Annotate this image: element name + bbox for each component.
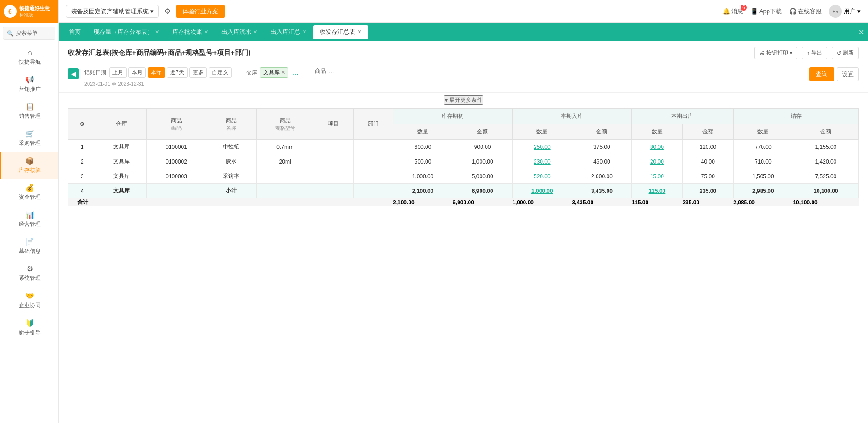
tab-home[interactable]: 首页 [62, 25, 87, 39]
app-download-button[interactable]: 📱 App下载 [751, 7, 782, 16]
col-warehouse: 仓库 [96, 109, 147, 140]
cell-out-qty[interactable]: 20.00 [632, 154, 683, 169]
cell-close-qty: 1,505.00 [733, 169, 793, 184]
notification-badge: 6 [741, 5, 747, 11]
username-label: 用户 [844, 7, 856, 16]
col-goods-spec: 商品规格型号 [256, 109, 314, 140]
cell-in-qty[interactable]: 250.00 [512, 140, 572, 154]
sidebar-item-marketing[interactable]: 📢 营销推广 [0, 71, 58, 98]
cell-out-qty[interactable]: 115.00 [632, 184, 683, 198]
filter-bar: ◀ 记账日期 上月 本月 本年 近7天 更多 自定义 2023-01-01 至 … [59, 63, 868, 93]
sidebar-item-sales[interactable]: 📋 销售管理 [0, 98, 58, 125]
warehouse-tag-close[interactable]: ✕ [281, 70, 285, 76]
cell-close-amt: 7,525.00 [793, 169, 858, 184]
sidebar-item-enterprise[interactable]: 🤝 企业协同 [0, 287, 58, 314]
col-group-closing: 结存 [733, 109, 858, 124]
col-out-qty: 数量 [632, 124, 683, 140]
chevron-down-icon: ▾ [150, 8, 154, 15]
date-btn-this-month[interactable]: 本月 [128, 67, 146, 78]
sidebar-item-system[interactable]: ⚙ 系统管理 [0, 260, 58, 287]
sidebar-item-purchase[interactable]: 🛒 采购管理 [0, 125, 58, 152]
cell-in-qty[interactable]: 520.00 [512, 169, 572, 184]
table-wrap: ⚙ 仓库 商品编码 商品名称 商品规格型号 项目 部门 库存期初 本期入库 本期… [59, 108, 868, 215]
cell-department [354, 169, 393, 184]
tab-inout-summary[interactable]: 出入库汇总 ✕ [264, 25, 313, 39]
expand-conditions-button[interactable]: ▾ 展开更多条件 [444, 95, 483, 105]
cell-in-qty-link[interactable]: 230.00 [534, 159, 551, 165]
notification-button[interactable]: 🔔 消息 6 [723, 7, 743, 16]
cell-goods-code: 0100002 [147, 154, 206, 169]
tab-close-recv-send-summary[interactable]: ✕ [357, 29, 362, 35]
sidebar-item-operations[interactable]: 📊 经营管理 [0, 206, 58, 233]
trial-button[interactable]: 体验行业方案 [176, 5, 225, 18]
tab-close-inventory-dist[interactable]: ✕ [155, 29, 160, 35]
sidebar-item-finance[interactable]: 💰 资金管理 [0, 179, 58, 206]
online-service-button[interactable]: 🎧 在线客服 [789, 7, 822, 16]
cell-in-qty-link[interactable]: 1,000.00 [531, 188, 553, 194]
user-menu[interactable]: Ea 用户 ▾ [829, 5, 861, 18]
query-button[interactable]: 查询 [809, 67, 834, 81]
col-department: 部门 [354, 109, 393, 140]
filter-settings-button[interactable]: 设置 [837, 67, 859, 81]
search-menu-button[interactable]: 🔍 搜索菜单 [3, 27, 55, 40]
table-settings-icon[interactable]: ⚙ [80, 121, 85, 127]
cell-close-amt: 10,100.00 [793, 184, 858, 198]
cell-department [354, 154, 393, 169]
tab-recv-send-summary[interactable]: 收发存汇总表 ✕ [313, 25, 368, 39]
date-btn-last-month[interactable]: 上月 [109, 67, 127, 78]
sidebar-item-basic-info[interactable]: 📄 基础信息 [0, 233, 58, 260]
cell-in-qty-link[interactable]: 250.00 [534, 144, 551, 150]
cell-goods-spec: 0.7mm [256, 140, 314, 154]
cell-seq: 1 [68, 140, 96, 154]
date-btn-more[interactable]: 更多 [189, 67, 207, 78]
cell-in-qty[interactable]: 230.00 [512, 154, 572, 169]
footer-out-amt: 235.00 [682, 198, 733, 207]
tabbar-close-all-icon[interactable]: ✕ [858, 28, 864, 37]
system-name: 装备及固定资产辅助管理系统 [71, 7, 149, 16]
footer-close-qty: 2,985.00 [733, 198, 793, 207]
cell-out-qty-link[interactable]: 115.00 [649, 188, 666, 194]
sidebar-item-guide[interactable]: 🔰 新手引导 [0, 314, 58, 341]
tab-inventory-dist[interactable]: 现存量（库存分布表） ✕ [87, 25, 166, 39]
date-btn-this-year[interactable]: 本年 [148, 67, 165, 78]
sidebar-item-inventory[interactable]: 📦 库存核算 [0, 152, 58, 179]
cell-goods-code: 0100003 [147, 169, 206, 184]
cell-out-qty-link[interactable]: 80.00 [650, 144, 664, 150]
cell-warehouse: 文具库 [96, 154, 147, 169]
system-selector[interactable]: 装备及固定资产辅助管理系统 ▾ [66, 5, 159, 18]
col-out-amt: 金额 [682, 124, 733, 140]
sidebar-item-quick-nav[interactable]: ⌂ 快捷导航 [0, 44, 58, 71]
print-button[interactable]: 🖨 按钮打印 ▾ [754, 47, 797, 59]
refresh-button[interactable]: ↺ 刷新 [832, 47, 859, 59]
cell-warehouse: 文具库 [96, 184, 147, 198]
cell-out-amt: 235.00 [682, 184, 733, 198]
date-btn-custom[interactable]: 自定义 [209, 67, 232, 78]
cell-out-qty[interactable]: 15.00 [632, 169, 683, 184]
table-row: 3文具库0100003采访本1,000.005,000.00520.002,60… [68, 169, 859, 184]
cell-out-qty[interactable]: 80.00 [632, 140, 683, 154]
operations-icon: 📊 [25, 210, 34, 219]
warehouse-filter: 仓库 文具库 ✕ … [246, 67, 300, 78]
tab-close-batch-ledger[interactable]: ✕ [204, 29, 209, 35]
cell-open-amt: 5,000.00 [453, 169, 512, 184]
tab-inout-flow[interactable]: 出入库流水 ✕ [215, 25, 264, 39]
filter-collapse-button[interactable]: ◀ [68, 68, 79, 79]
cell-goods-name: 小计 [206, 184, 257, 198]
goods-more-button[interactable]: … [329, 68, 334, 75]
cell-open-qty: 600.00 [393, 140, 453, 154]
cell-out-qty-link[interactable]: 15.00 [650, 173, 664, 180]
settings-gear-icon[interactable]: ⚙ [164, 7, 171, 16]
warehouse-more-button[interactable]: … [291, 69, 300, 77]
export-button[interactable]: ↑ 导出 [802, 47, 827, 59]
cell-in-qty[interactable]: 1,000.00 [512, 184, 572, 198]
cell-close-amt: 1,420.00 [793, 154, 858, 169]
tab-close-inout-summary[interactable]: ✕ [302, 29, 307, 35]
tab-close-inout-flow[interactable]: ✕ [253, 29, 258, 35]
table-row: 4文具库小计2,100.006,900.001,000.003,435.0011… [68, 184, 859, 198]
tab-batch-ledger[interactable]: 库存批次账 ✕ [166, 25, 215, 39]
cell-out-qty-link[interactable]: 20.00 [650, 159, 664, 165]
date-btn-7days[interactable]: 近7天 [167, 67, 188, 78]
col-in-amt: 金额 [572, 124, 631, 140]
system-icon: ⚙ [27, 264, 33, 273]
cell-in-qty-link[interactable]: 520.00 [534, 173, 551, 180]
